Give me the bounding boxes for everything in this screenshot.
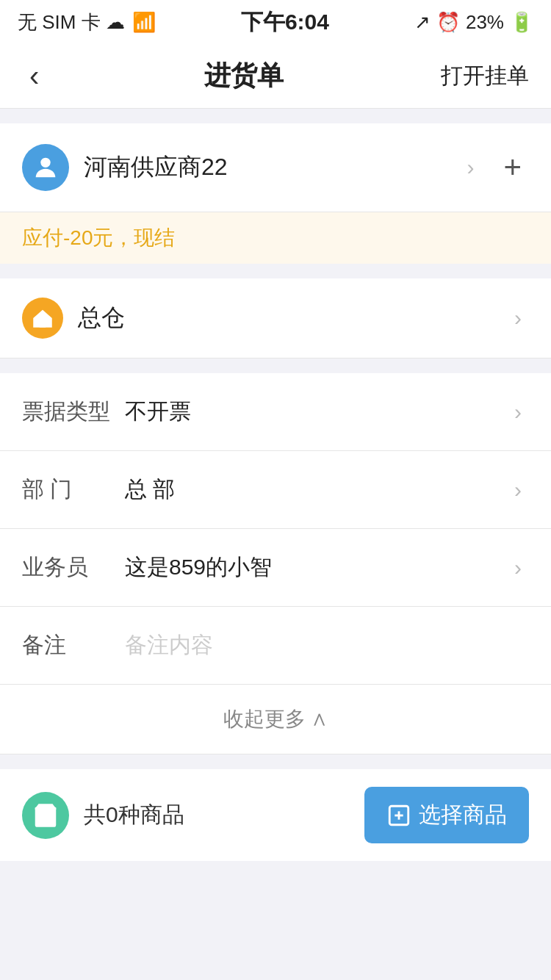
home-icon xyxy=(30,306,55,331)
products-left: 共0种商品 xyxy=(22,792,184,839)
department-row[interactable]: 部 门 总 部 › xyxy=(0,451,551,529)
chevron-right-icon: › xyxy=(514,400,522,425)
chevron-right-icon: › xyxy=(514,555,522,580)
chevron-right-icon: › xyxy=(514,306,522,331)
add-button[interactable]: + xyxy=(496,150,529,185)
warehouse-card: 总仓 › xyxy=(0,278,551,359)
sim-label: 无 SIM 卡 ☁ xyxy=(18,10,125,35)
status-bar: 无 SIM 卡 ☁ 📶 下午6:04 ↗ ⏰ 23% 🔋 xyxy=(0,0,551,44)
product-count: 共0种商品 xyxy=(84,800,184,830)
battery-icon: 🔋 xyxy=(510,11,533,34)
department-value: 总 部 xyxy=(125,475,514,505)
notice-bar: 应付-20元，现结 xyxy=(0,212,551,264)
supplier-name: 河南供应商22 xyxy=(84,151,467,184)
cart-icon xyxy=(32,801,60,829)
warehouse-icon xyxy=(22,298,63,339)
wifi-icon: 📶 xyxy=(132,11,156,34)
open-pending-button[interactable]: 打开挂单 xyxy=(441,61,529,91)
status-right: ↗ ⏰ 23% 🔋 xyxy=(414,11,533,34)
form-card: 票据类型 不开票 › 部 门 总 部 › 业务员 这是859的小智 › 备注 备… xyxy=(0,373,551,754)
section-gap-3 xyxy=(0,359,551,373)
supplier-card: 河南供应商22 › + 应付-20元，现结 xyxy=(0,123,551,264)
chevron-right-icon: › xyxy=(514,478,522,502)
warehouse-name: 总仓 xyxy=(78,302,514,334)
salesperson-value: 这是859的小智 xyxy=(125,552,514,583)
status-time: 下午6:04 xyxy=(241,7,329,37)
svg-point-0 xyxy=(40,158,50,167)
nav-bar: ‹ 进货单 打开挂单 xyxy=(0,44,551,109)
location-icon: ↗ xyxy=(414,11,431,34)
svg-rect-1 xyxy=(40,321,46,328)
select-product-button[interactable]: 选择商品 xyxy=(364,787,529,843)
page-title: 进货单 xyxy=(204,58,284,94)
invoice-type-label: 票据类型 xyxy=(22,397,125,427)
collapse-toggle[interactable]: 收起更多 ∧ xyxy=(0,685,551,754)
remark-label: 备注 xyxy=(22,630,125,660)
salesperson-label: 业务员 xyxy=(22,552,125,583)
chevron-right-icon: › xyxy=(467,155,474,180)
alarm-icon: ⏰ xyxy=(436,11,460,34)
invoice-type-row[interactable]: 票据类型 不开票 › xyxy=(0,373,551,451)
salesperson-row[interactable]: 业务员 这是859的小智 › xyxy=(0,529,551,607)
department-label: 部 门 xyxy=(22,475,125,505)
section-gap-1 xyxy=(0,109,551,123)
product-icon xyxy=(22,792,69,839)
back-button[interactable]: ‹ xyxy=(22,52,46,100)
products-bar: 共0种商品 选择商品 xyxy=(0,769,551,861)
user-icon xyxy=(31,153,60,182)
battery-label: 23% xyxy=(466,11,504,34)
avatar xyxy=(22,144,69,191)
select-product-icon xyxy=(386,803,411,828)
section-gap-2 xyxy=(0,264,551,278)
remark-input[interactable]: 备注内容 xyxy=(125,630,529,660)
warehouse-row[interactable]: 总仓 › xyxy=(0,278,551,359)
invoice-type-value: 不开票 xyxy=(125,397,514,427)
remark-row[interactable]: 备注 备注内容 xyxy=(0,607,551,685)
select-product-label: 选择商品 xyxy=(419,800,507,830)
supplier-row[interactable]: 河南供应商22 › + xyxy=(0,123,551,212)
status-left: 无 SIM 卡 ☁ 📶 xyxy=(18,10,156,35)
